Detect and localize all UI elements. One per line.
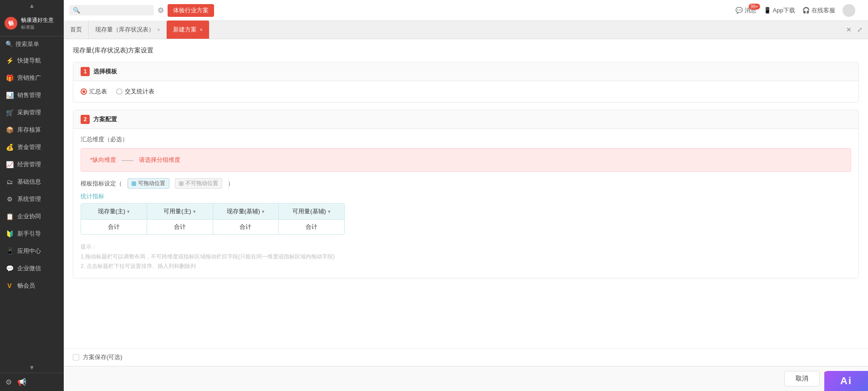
template-settings-label: 模板指标设定（ 可拖动位置 不可拖动位置 ） (81, 178, 851, 189)
settings-icon[interactable]: ⚙ (5, 378, 12, 386)
section1-body: 汇总表 交叉统计表 (73, 81, 858, 102)
section2-body: 汇总维度（必选） *纵向维度 —— 请选择分组维度 模板指标设定（ (73, 129, 858, 278)
template-settings: 模板指标设定（ 可拖动位置 不可拖动位置 ） (81, 178, 851, 235)
sidebar-item-label: 资金管理 (17, 143, 41, 151)
sidebar-item-operations[interactable]: 📈 经营管理 (0, 156, 64, 173)
sidebar-item-purchase[interactable]: 🛒 采购管理 (0, 104, 64, 121)
dim-placeholder[interactable]: 请选择分组维度 (139, 156, 180, 164)
topbar-app-label: App下载 (773, 6, 795, 15)
sidebar-search[interactable]: 🔍 搜索菜单 (0, 36, 64, 52)
content-footer: 方案保存(可选) (64, 348, 868, 366)
sidebar-item-label: 应用中心 (17, 247, 41, 255)
expand-icon[interactable]: ⤢ (855, 25, 864, 34)
tab-inventory-status-close[interactable]: × (157, 27, 160, 32)
headset-icon: 🎧 (802, 7, 810, 14)
finance-icon: 💰 (5, 143, 14, 151)
tab-new-scheme[interactable]: 新建方案 × (167, 21, 209, 39)
topbar-service[interactable]: 🎧 在线客服 (802, 6, 835, 15)
tips-title: 提示： (81, 243, 97, 250)
radio-summary-circle (81, 88, 87, 95)
topbar-right: 💬 消息 99+ 📱 App下载 🎧 在线客服 (735, 4, 863, 17)
stats-header-cell-2[interactable]: 现存量(基辅) ▾ (213, 204, 279, 219)
radio-cross[interactable]: 交叉统计表 (116, 87, 154, 96)
sidebar-item-marketing[interactable]: 🎁 营销推广 (0, 69, 64, 87)
stats-header-cell-3[interactable]: 可用量(基辅) ▾ (279, 204, 344, 219)
new-guide-icon: 🔰 (5, 230, 14, 238)
basic-info-icon: 🗂 (5, 178, 14, 186)
template-radio-group: 汇总表 交叉统计表 (81, 87, 851, 96)
stats-body-cell-0-3: 合计 (279, 220, 344, 234)
purchase-icon: 🛒 (5, 108, 14, 117)
system-icon: ⚙ (5, 195, 14, 203)
msg-icon: 💬 (735, 7, 743, 14)
section-choose-template: 1 选择模板 汇总表 交叉统计表 (73, 62, 859, 103)
sidebar-item-finance[interactable]: 💰 资金管理 (0, 139, 64, 156)
chevron-down-icon-2[interactable]: ▾ (262, 209, 265, 215)
radio-summary[interactable]: 汇总表 (81, 87, 107, 96)
sidebar-search-label: 搜索菜单 (15, 40, 39, 48)
topbar-app[interactable]: 📱 App下载 (764, 6, 795, 15)
sidebar-item-label: 采购管理 (17, 108, 41, 117)
marketing-icon: 🎁 (5, 74, 14, 82)
sidebar-item-inventory[interactable]: 📦 库存核算 (0, 121, 64, 139)
topbar-search-box[interactable]: 🔍 (69, 5, 154, 15)
sidebar-item-app-center[interactable]: 📱 应用中心 (0, 242, 64, 260)
sidebar-item-label: 库存核算 (17, 126, 41, 134)
dim-area[interactable]: *纵向维度 —— 请选择分组维度 (81, 148, 851, 172)
quick-nav-icon: ⚡ (5, 57, 14, 65)
stats-header-cell-1[interactable]: 可用量(主) ▾ (147, 204, 213, 219)
brand-area: 畅 畅康通好生意 标准版 (0, 11, 64, 36)
step2-title: 方案配置 (93, 115, 117, 123)
chevron-down-icon-0[interactable]: ▾ (127, 209, 130, 215)
sidebar-item-basic-info[interactable]: 🗂 基础信息 (0, 173, 64, 190)
chevron-down-icon-3[interactable]: ▾ (328, 209, 331, 215)
non-draggable-badge: 不可拖动位置 (175, 178, 222, 189)
sidebar-item-vip[interactable]: V 畅会员 (0, 277, 64, 294)
tab-home[interactable]: 首页 (64, 21, 89, 39)
main-area: 🔍 ⚙ 体验行业方案 💬 消息 99+ 📱 App下载 🎧 在线客服 (64, 0, 868, 391)
tabbar: 首页 现存量（库存状况表） × 新建方案 × ✕ ⤢ (64, 21, 868, 39)
brand-name: 畅康通好生意 (21, 16, 54, 24)
stats-col2-label: 现存量(基辅) (227, 207, 260, 216)
stats-col0-label: 现存量(主) (98, 207, 126, 216)
stats-header-cell-0[interactable]: 现存量(主) ▾ (81, 204, 147, 219)
sidebar-item-label: 营销推广 (17, 74, 41, 82)
trial-btn[interactable]: 体验行业方案 (168, 4, 214, 17)
stats-section-label: 统计指标 (81, 192, 851, 201)
tab-new-scheme-close[interactable]: × (199, 27, 202, 32)
inventory-icon: 📦 (5, 126, 14, 134)
topbar-search-input[interactable] (82, 7, 150, 14)
non-draggable-label: 不可拖动位置 (185, 180, 218, 187)
sidebar-scroll-up[interactable]: ▲ (0, 0, 64, 11)
radio-cross-circle (116, 88, 123, 95)
stats-col3-label: 可用量(基辅) (292, 207, 326, 216)
sidebar-scroll-down[interactable]: ▼ (0, 362, 64, 373)
sidebar-item-label: 快捷导航 (17, 57, 41, 65)
content: 现存量(库存状况表)方案设置 1 选择模板 汇总表 交叉统计 (64, 39, 868, 348)
sidebar-item-label: 企业微信 (17, 264, 41, 273)
chevron-down-icon-1[interactable]: ▾ (193, 209, 196, 215)
sidebar-item-wechat[interactable]: 💬 企业微信 (0, 260, 64, 277)
topbar: 🔍 ⚙ 体验行业方案 💬 消息 99+ 📱 App下载 🎧 在线客服 (64, 0, 868, 21)
sidebar-item-quick-nav[interactable]: ⚡ 快捷导航 (0, 52, 64, 69)
stats-body-cell-0-1: 合计 (147, 220, 213, 234)
speaker-icon[interactable]: 📢 (17, 378, 26, 386)
topbar-msg[interactable]: 💬 消息 99+ (735, 6, 756, 15)
topbar-gear-icon[interactable]: ⚙ (158, 6, 164, 15)
save-checkbox[interactable] (73, 354, 79, 360)
tip-1: 1.拖动标题栏可以调整布局，不可跨维度或指标区域拖动栏目字段(只能在同一维度或指… (81, 252, 851, 262)
sidebar-item-sales[interactable]: 📊 销售管理 (0, 87, 64, 104)
sidebar-item-label: 新手引导 (17, 230, 41, 238)
sales-icon: 📊 (5, 91, 14, 99)
tab-inventory-status[interactable]: 现存量（库存状况表） × (89, 21, 167, 39)
ai-badge[interactable]: Ai (824, 371, 868, 391)
sidebar-item-new-guide[interactable]: 🔰 新手引导 (0, 225, 64, 242)
tab-new-scheme-label: 新建方案 (173, 26, 197, 34)
sidebar-item-system[interactable]: ⚙ 系统管理 (0, 190, 64, 208)
sidebar-item-enterprise[interactable]: 📋 企业协同 (0, 208, 64, 225)
cancel-button[interactable]: 取消 (784, 371, 820, 386)
radio-cross-label: 交叉统计表 (125, 87, 154, 96)
sidebar-item-label: 畅会员 (17, 282, 35, 290)
close-panel-icon[interactable]: ✕ (844, 25, 853, 34)
topbar-service-label: 在线客服 (812, 6, 835, 15)
